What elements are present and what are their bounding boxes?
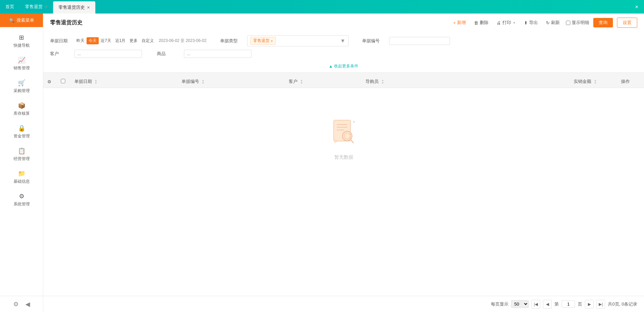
close-tab-retail-return-history[interactable]: ✕ <box>87 5 90 10</box>
close-tab-retail-return[interactable]: ✕ <box>45 5 48 9</box>
sidebar-item-finance[interactable]: 🔒 资金管理 <box>0 120 43 143</box>
display-toggle: 显示明细 <box>566 20 589 26</box>
page-title-bar: 零售退货历史 + 新增 🗑 删除 🖨 打印 ▼ <box>50 18 637 28</box>
page-size-select[interactable]: 10 20 50 100 <box>511 300 529 308</box>
guide-sort-icons: ▲▼ <box>381 79 384 85</box>
date-btn-today[interactable]: 今天 <box>87 37 99 44</box>
page-header: 零售退货历史 + 新增 🗑 删除 🖨 打印 ▼ <box>43 14 644 73</box>
filter-area: 单据日期 昨天 今天 近7天 近1月 更多 自定义 2023-06-02 至 2… <box>50 32 637 72</box>
sidebar-item-label: 基础信息 <box>14 179 30 184</box>
print-icon: 🖨 <box>497 20 501 25</box>
sidebar-item-system[interactable]: ⚙ 系统管理 <box>0 188 43 211</box>
plus-icon: + <box>453 20 456 25</box>
number-filter-label: 单据编号 <box>362 38 386 44</box>
date-btn-yesterday[interactable]: 昨天 <box>74 37 87 44</box>
empty-text: 暂无数据 <box>334 154 353 160</box>
select-all-checkbox[interactable] <box>61 79 65 83</box>
date-sort-icons: ▲▼ <box>95 79 97 85</box>
svg-line-6 <box>351 139 353 143</box>
search-icon: 🔍 <box>9 18 15 23</box>
finance-icon: 🔒 <box>18 125 25 132</box>
export-icon: ⬆ <box>524 20 528 25</box>
system-icon: ⚙ <box>19 193 24 200</box>
settings-icon[interactable]: ⚙ <box>13 300 19 308</box>
inventory-icon: 📦 <box>18 102 25 109</box>
type-filter-group: 单据类型 零售退货 × ▼ <box>220 35 349 46</box>
table-container: ⚙ 单据日期 ▲▼ 单据编号 <box>43 75 644 296</box>
export-button[interactable]: ⬆ 导出 <box>522 18 540 27</box>
display-toggle-checkbox[interactable] <box>566 21 570 25</box>
th-date[interactable]: 单据日期 ▲▼ <box>70 75 177 88</box>
next-page-button[interactable]: ▶ <box>585 300 594 309</box>
customer-filter-label: 客户 <box>50 51 74 57</box>
customer-filter-input[interactable] <box>74 50 142 58</box>
query-button[interactable]: 查询 <box>593 18 613 27</box>
refresh-icon: ↻ <box>546 20 550 25</box>
pagination-bar: 每页显示 10 20 50 100 |◀ ◀ 第 页 ▶ ▶| 共0页, 0条记… <box>43 296 644 312</box>
goods-filter-label: 商品 <box>157 51 181 57</box>
type-tag-close[interactable]: × <box>271 39 273 43</box>
th-checkbox[interactable] <box>57 75 70 88</box>
th-number[interactable]: 单据编号 ▲▼ <box>177 75 285 88</box>
delete-icon: 🗑 <box>474 20 478 25</box>
type-tag-value: 零售退货 <box>253 38 269 44</box>
setting-button[interactable]: 设置 <box>617 18 637 28</box>
collapse-button[interactable]: ▲ 收起更多条件 <box>325 61 363 71</box>
empty-illustration <box>327 115 361 149</box>
th-actions: 操作 <box>617 75 644 88</box>
sidebar-item-operation[interactable]: 📋 经营管理 <box>0 143 43 166</box>
date-btn-7days[interactable]: 近7天 <box>99 37 113 44</box>
first-page-button[interactable]: |◀ <box>531 300 540 309</box>
type-tag: 零售退货 × <box>250 37 276 45</box>
tab-retail-return[interactable]: 零售退货 ✕ <box>20 0 53 14</box>
sidebar-item-sales[interactable]: 📈 销售管理 <box>0 52 43 75</box>
display-toggle-label: 显示明细 <box>572 20 589 26</box>
amount-sort-icons: ▲▼ <box>594 79 597 85</box>
refresh-button[interactable]: ↻ 刷新 <box>544 18 562 27</box>
basic-info-icon: 📁 <box>18 170 25 177</box>
date-btn-more[interactable]: 更多 <box>127 37 140 44</box>
refresh-label: 刷新 <box>551 20 560 26</box>
sidebar-item-basic-info[interactable]: 📁 基础信息 <box>0 166 43 188</box>
th-customer[interactable]: 客户 ▲▼ <box>285 75 361 88</box>
print-button[interactable]: 🖨 打印 ▼ <box>495 18 518 27</box>
delete-label: 删除 <box>480 20 488 26</box>
date-filter-label: 单据日期 <box>50 38 74 44</box>
data-table: ⚙ 单据日期 ▲▼ 单据编号 <box>43 75 644 88</box>
sidebar-item-quick-nav[interactable]: ⊞ 快捷导航 <box>0 30 43 52</box>
sidebar-item-label: 资金管理 <box>14 133 30 139</box>
content-area: 零售退货历史 + 新增 🗑 删除 🖨 打印 ▼ <box>43 14 644 312</box>
th-settings[interactable]: ⚙ <box>43 75 57 88</box>
empty-state: 暂无数据 <box>43 88 644 187</box>
last-page-button[interactable]: ▶| <box>596 300 605 309</box>
goods-filter-input[interactable] <box>184 50 252 58</box>
new-button[interactable]: + 新增 <box>451 18 468 27</box>
th-amount[interactable]: 实销金额 ▲▼ <box>454 75 617 88</box>
date-btn-1month[interactable]: 近1月 <box>113 37 128 44</box>
sidebar-item-label: 销售管理 <box>14 65 30 71</box>
toolbar: + 新增 🗑 删除 🖨 打印 ▼ ⬆ 导出 <box>451 18 638 28</box>
filter-row-date: 单据日期 昨天 今天 近7天 近1月 更多 自定义 2023-06-02 至 2… <box>50 35 637 46</box>
page-number-input[interactable] <box>562 300 575 308</box>
delete-button[interactable]: 🗑 删除 <box>472 18 491 27</box>
sidebar-item-purchase[interactable]: 🛒 采购管理 <box>0 75 43 98</box>
page-end: 页 <box>578 301 582 307</box>
th-guide[interactable]: 导购员 ▲▼ <box>361 75 453 88</box>
number-filter-input[interactable] <box>389 37 450 45</box>
number-sort-icons: ▲▼ <box>202 79 205 85</box>
type-filter-label: 单据类型 <box>220 38 244 44</box>
sidebar-item-label: 采购管理 <box>14 88 30 94</box>
prev-page-button[interactable]: ◀ <box>543 300 552 309</box>
tab-retail-return-history[interactable]: 零售退货历史 ✕ <box>53 1 95 14</box>
new-label: 新增 <box>457 20 466 26</box>
window-close-button[interactable]: ✕ <box>635 4 639 9</box>
tab-home[interactable]: 零售退货历史 首页 <box>0 0 20 14</box>
date-btn-custom[interactable]: 自定义 <box>140 37 156 44</box>
sidebar-item-inventory[interactable]: 📦 库存核算 <box>0 98 43 120</box>
type-dropdown[interactable]: 零售退货 × ▼ <box>247 35 349 46</box>
collapse-sidebar-icon[interactable]: ◀ <box>25 300 30 308</box>
sidebar-search[interactable]: 🔍 搜索菜单 <box>0 14 43 27</box>
total-records: 共0页, 0条记录 <box>608 301 637 307</box>
page-size-label: 每页显示 <box>491 301 508 307</box>
export-label: 导出 <box>529 20 538 26</box>
